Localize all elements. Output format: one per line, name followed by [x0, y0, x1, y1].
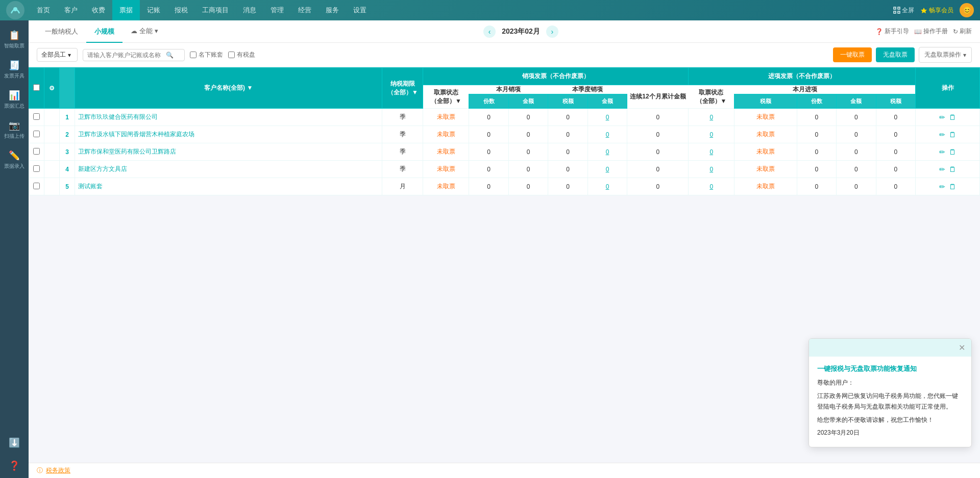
prev-month-btn[interactable]: ‹ — [483, 26, 496, 38]
row-customer-name[interactable]: 测试账套 — [75, 178, 382, 195]
policy-label[interactable]: 税务政策 — [46, 466, 70, 475]
view-icon[interactable]: 🗒 — [949, 183, 956, 191]
row-customer-name[interactable]: 卫辉市保和堂医药有限公司卫辉路店 — [75, 143, 382, 161]
nav-bookkeeping[interactable]: 记账 — [140, 0, 167, 20]
row-checkbox-cell[interactable] — [29, 143, 44, 161]
nav-message[interactable]: 消息 — [236, 0, 263, 20]
checkbox-myaccount[interactable]: 名下账套 — [190, 51, 223, 59]
row-customer-name[interactable]: 卫辉市汲水镇下园闸香烟营木种植家庭农场 — [75, 126, 382, 143]
nav-bizproject[interactable]: 工商项目 — [195, 0, 236, 20]
th-sales-quarter-amount: 金额 — [587, 94, 627, 109]
user-avatar[interactable]: 😊 — [960, 3, 974, 17]
manual-btn[interactable]: 📖 操作手册 — [914, 27, 948, 36]
row-sales-quarter-amount[interactable]: 0 — [587, 109, 627, 126]
row-sales-quarter-amount[interactable]: 0 — [587, 178, 627, 195]
row-sales-12m[interactable]: 0 — [689, 126, 734, 143]
nav-business[interactable]: 经营 — [291, 0, 318, 20]
new-guide-btn[interactable]: ❓ 新手引导 — [875, 27, 909, 36]
tab-general[interactable]: 一般纳税人 — [37, 20, 86, 43]
nav-invoice[interactable]: 票据 — [112, 0, 140, 20]
row-action-cell: ✏ 🗒 — [916, 178, 980, 195]
edit-icon[interactable]: ✏ — [939, 165, 945, 173]
row-sales-12m[interactable]: 0 — [689, 161, 734, 178]
tab-small[interactable]: 小规模 — [86, 20, 122, 43]
row-checkbox-cell[interactable] — [29, 161, 44, 178]
checkbox-taxdisk[interactable]: 有税盘 — [228, 51, 255, 59]
view-icon[interactable]: 🗒 — [949, 165, 956, 173]
row-period: 季 — [382, 161, 423, 178]
nav-manage[interactable]: 管理 — [263, 0, 291, 20]
view-icon[interactable]: 🗒 — [949, 148, 956, 156]
search-input[interactable] — [87, 52, 164, 59]
member-btn[interactable]: 畅享会员 — [920, 6, 953, 15]
row-checkbox-cell[interactable] — [29, 109, 44, 126]
notif-close-btn[interactable]: ✕ — [959, 343, 965, 353]
edit-icon[interactable]: ✏ — [939, 148, 945, 156]
tab-all[interactable]: ☁ 全能 ▾ — [122, 20, 166, 43]
row-sales-month-count: 0 — [469, 126, 508, 143]
sidebar-item-download[interactable]: ⬇️ — [6, 432, 23, 455]
myaccount-checkbox[interactable] — [190, 52, 197, 58]
nav-tax[interactable]: 报税 — [167, 0, 195, 20]
entry-icon: ✏️ — [9, 150, 20, 161]
row-sales-month-amount: 0 — [508, 161, 548, 178]
sidebar-item-entry[interactable]: ✏️ 票据录入 — [0, 145, 29, 175]
invoice-table: ⚙ 客户名称(全部) ▼ 纳税期限（全部）▼ 销项发票（不合作废票） 进项发票（… — [29, 67, 980, 195]
diskless-ticket-btn[interactable]: 无盘取票 — [876, 47, 915, 62]
row-checkbox[interactable] — [33, 148, 40, 155]
th-purchase-month-tax: 税额 — [876, 94, 915, 109]
sidebar-item-invoice[interactable]: 🧾 发票开具 — [0, 55, 29, 85]
row-checkbox[interactable] — [33, 131, 40, 137]
row-sales-quarter-tax: 0 — [627, 143, 689, 161]
nav-service[interactable]: 服务 — [318, 0, 346, 20]
nav-fee[interactable]: 收费 — [85, 0, 112, 20]
th-purchase-month-amount: 金额 — [837, 94, 876, 109]
row-num: 3 — [60, 143, 75, 161]
row-period: 季 — [382, 109, 423, 126]
row-sales-quarter-amount[interactable]: 0 — [587, 161, 627, 178]
nav-settings[interactable]: 设置 — [346, 0, 374, 20]
row-sales-quarter-amount[interactable]: 0 — [587, 126, 627, 143]
row-customer-name[interactable]: 卫辉市玖玖健合医药有限公司 — [75, 109, 382, 126]
row-checkbox-cell[interactable] — [29, 126, 44, 143]
row-checkbox[interactable] — [33, 113, 40, 120]
diskless-operation-btn[interactable]: 无盘取票操作 ▾ — [919, 47, 972, 63]
sidebar-item-help[interactable]: ❓ — [6, 455, 23, 478]
app-logo[interactable] — [6, 1, 24, 19]
th-group-purchase: 进项发票（不合作废票） — [689, 68, 916, 85]
refresh-btn[interactable]: ↻ 刷新 — [953, 27, 972, 36]
row-sales-12m[interactable]: 0 — [689, 143, 734, 161]
row-customer-name[interactable]: 新建区方方文具店 — [75, 161, 382, 178]
row-sales-12m[interactable]: 0 — [689, 178, 734, 195]
row-num: 1 — [60, 109, 75, 126]
one-click-ticket-btn[interactable]: 一键取票 — [833, 47, 872, 62]
edit-icon[interactable]: ✏ — [939, 183, 945, 191]
row-checkbox[interactable] — [33, 165, 40, 172]
row-purchase-month-amount: 0 — [837, 109, 876, 126]
row-sales-month-tax: 0 — [548, 143, 587, 161]
row-sales-quarter-amount[interactable]: 0 — [587, 143, 627, 161]
row-purchase-month-amount: 0 — [837, 178, 876, 195]
next-month-btn[interactable]: › — [546, 26, 558, 38]
row-sales-12m[interactable]: 0 — [689, 109, 734, 126]
th-num — [60, 68, 75, 109]
row-num: 4 — [60, 161, 75, 178]
edit-icon[interactable]: ✏ — [939, 113, 945, 121]
sidebar-item-summary[interactable]: 📊 票据汇总 — [0, 85, 29, 115]
employee-select[interactable]: 全部员工 ▾ — [37, 48, 78, 62]
row-num: 5 — [60, 178, 75, 195]
fullscreen-btn[interactable]: 全屏 — [893, 6, 914, 15]
nav-home[interactable]: 首页 — [30, 0, 57, 20]
sidebar-item-scan[interactable]: 📷 扫描上传 — [0, 115, 29, 145]
search-box[interactable]: 🔍 — [83, 49, 185, 61]
sidebar-item-smartticket[interactable]: 📋 智能取票 — [0, 24, 29, 55]
taxdisk-checkbox[interactable] — [228, 52, 235, 58]
row-checkbox[interactable] — [33, 183, 40, 189]
nav-customer[interactable]: 客户 — [57, 0, 85, 20]
select-all-checkbox[interactable] — [33, 84, 40, 91]
row-checkbox-cell[interactable] — [29, 178, 44, 195]
edit-icon[interactable]: ✏ — [939, 131, 945, 139]
view-icon[interactable]: 🗒 — [949, 131, 956, 139]
view-icon[interactable]: 🗒 — [949, 113, 956, 121]
settings-icon[interactable]: ⚙ — [49, 85, 55, 92]
